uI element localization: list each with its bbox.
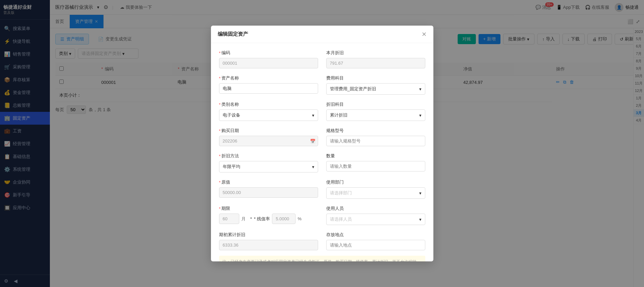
location-label: 存放地点 bbox=[326, 232, 425, 238]
form-grid: * 编码 本月折旧 * 资产名称 bbox=[219, 50, 425, 250]
form-item-department: 使用部门 请选择部门 ▾ bbox=[326, 179, 425, 199]
dep-subject-value: 累计折旧 bbox=[330, 112, 347, 118]
expense-subject-label: 费用科目 bbox=[326, 75, 425, 81]
department-label: 使用部门 bbox=[326, 179, 425, 185]
form-item-location: 存放地点 bbox=[326, 232, 425, 250]
purchase-date-wrapper: 📅 bbox=[219, 136, 318, 146]
calendar-icon[interactable]: 📅 bbox=[310, 138, 315, 144]
quantity-input[interactable] bbox=[326, 161, 425, 171]
period-input[interactable] bbox=[219, 214, 239, 224]
note-text: 注：已经存在变更记录或者对应固定资产已经生成凭证，原值、购买日期、残值率、累计折… bbox=[222, 259, 421, 261]
dep-method-select[interactable]: 年限平均 ▾ bbox=[219, 161, 318, 172]
form-item-quantity: 数量 bbox=[326, 153, 425, 172]
purchase-date-label: * 购买日期 bbox=[219, 128, 318, 134]
dep-method-label: * 折旧方法 bbox=[219, 153, 318, 159]
expense-subject-select[interactable]: 管理费用_固定资产折旧 ▾ bbox=[326, 83, 425, 95]
modal-note: 注：已经存在变更记录或者对应固定资产已经生成凭证，原值、购买日期、残值率、累计折… bbox=[219, 256, 425, 261]
quantity-label: 数量 bbox=[326, 153, 425, 159]
category-label: * 类别名称 bbox=[219, 101, 318, 107]
period-inline: 月 * * 残值率 % bbox=[219, 214, 318, 224]
code-label: * 编码 bbox=[219, 50, 318, 56]
form-item-spec: 规格型号 bbox=[326, 128, 425, 146]
expense-subject-value: 管理费用_固定资产折旧 bbox=[330, 86, 376, 92]
form-item-dep-method: * 折旧方法 年限平均 ▾ bbox=[219, 153, 318, 172]
chevron-down-icon: ▾ bbox=[419, 113, 422, 118]
form-item-code: * 编码 bbox=[219, 50, 318, 68]
chevron-down-icon: ▾ bbox=[419, 87, 422, 92]
form-item-monthly-dep: 本月折旧 bbox=[326, 50, 425, 68]
period-unit: 月 bbox=[241, 216, 246, 222]
form-item-expense-subject: 费用科目 管理费用_固定资产折旧 ▾ bbox=[326, 75, 425, 95]
location-input[interactable] bbox=[326, 240, 425, 250]
category-select[interactable]: 电子设备 ▾ bbox=[219, 109, 318, 121]
monthly-dep-input bbox=[326, 58, 425, 68]
dep-method-value: 年限平均 bbox=[223, 164, 240, 170]
form-item-original-value: * 原值 bbox=[219, 179, 318, 199]
modal-close-button[interactable]: ✕ bbox=[422, 31, 427, 37]
initial-dep-input bbox=[219, 240, 318, 250]
form-item-dep-subject: 折旧科目 累计折旧 ▾ bbox=[326, 101, 425, 121]
chevron-down-icon: ▾ bbox=[419, 217, 422, 222]
modal-header: 编辑固定资产 ✕ bbox=[211, 26, 433, 43]
form-item-initial-dep: 期初累计折旧 bbox=[219, 232, 318, 250]
original-value-label: * 原值 bbox=[219, 179, 318, 185]
chevron-down-icon: ▾ bbox=[312, 164, 314, 169]
purchase-date-input[interactable] bbox=[219, 136, 318, 146]
spec-input[interactable] bbox=[326, 136, 425, 146]
residual-rate-input[interactable] bbox=[272, 214, 296, 224]
period-label: * 期限 bbox=[219, 205, 318, 212]
name-input[interactable] bbox=[219, 83, 318, 94]
staff-select[interactable]: 请选择人员 ▾ bbox=[326, 214, 425, 225]
form-item-period: * 期限 月 * * 残值率 % bbox=[219, 205, 318, 225]
chevron-down-icon: ▾ bbox=[419, 191, 422, 196]
form-item-category: * 类别名称 电子设备 ▾ bbox=[219, 101, 318, 121]
residual-rate-unit: % bbox=[298, 216, 302, 221]
chevron-down-icon: ▾ bbox=[312, 113, 314, 118]
form-item-staff: 使用人员 请选择人员 ▾ bbox=[326, 205, 425, 225]
name-label: * 资产名称 bbox=[219, 75, 318, 81]
category-value: 电子设备 bbox=[223, 112, 240, 118]
department-select[interactable]: 请选择部门 ▾ bbox=[326, 187, 425, 199]
staff-placeholder: 请选择人员 bbox=[330, 216, 352, 222]
initial-dep-label: 期初累计折旧 bbox=[219, 232, 318, 238]
edit-asset-modal: 编辑固定资产 ✕ * 编码 本月折旧 bbox=[211, 26, 433, 261]
dep-subject-label: 折旧科目 bbox=[326, 101, 425, 107]
modal-title: 编辑固定资产 bbox=[218, 31, 248, 37]
code-input[interactable] bbox=[219, 58, 318, 68]
modal-body: * 编码 本月折旧 * 资产名称 bbox=[211, 43, 433, 261]
department-placeholder: 请选择部门 bbox=[330, 190, 352, 196]
form-item-name: * 资产名称 bbox=[219, 75, 318, 95]
dep-subject-select[interactable]: 累计折旧 ▾ bbox=[326, 109, 425, 121]
modal-overlay: 编辑固定资产 ✕ * 编码 本月折旧 bbox=[0, 0, 644, 287]
form-item-purchase-date: * 购买日期 📅 bbox=[219, 128, 318, 146]
monthly-dep-label: 本月折旧 bbox=[326, 50, 425, 56]
spec-label: 规格型号 bbox=[326, 128, 425, 134]
residual-rate-label: * 残值率 bbox=[254, 216, 270, 222]
staff-label: 使用人员 bbox=[326, 205, 425, 212]
original-value-input[interactable] bbox=[219, 187, 318, 198]
